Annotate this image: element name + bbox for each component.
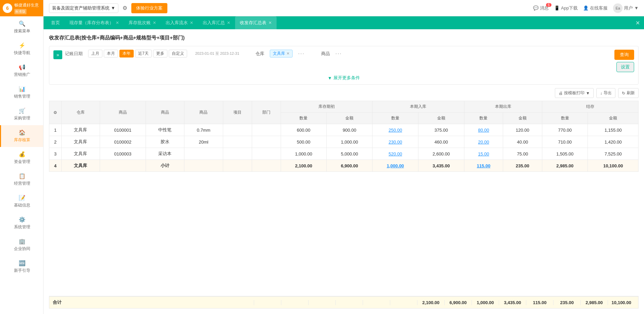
export-icon: ↓	[600, 91, 602, 96]
date-btn-this-month[interactable]: 本月	[104, 50, 118, 57]
system-icon: ⚙️	[19, 216, 26, 223]
product-more-btn[interactable]: ···	[335, 51, 342, 57]
col-stock-out-header: 本期出库	[464, 101, 542, 113]
message-badge: 6	[546, 3, 551, 7]
subtotal-bal-amt: 10,100.00	[588, 160, 639, 172]
sidebar-item-system[interactable]: ⚙️ 系统管理	[0, 212, 43, 234]
col-in-qty: 数量	[373, 113, 418, 124]
header-right: 💬 消息 6 📱 App下载 👤 在线客服 Ea 用户 ▼	[533, 3, 639, 13]
tab-home[interactable]: 首页	[46, 16, 65, 29]
col-project-header: 项目	[223, 101, 252, 124]
sidebar-item-guide[interactable]: 🆕 新手引导	[0, 256, 43, 278]
sidebar-item-operation[interactable]: 📋 经营管理	[0, 169, 43, 191]
row3-code: 0100003	[100, 148, 146, 160]
sidebar-item-quick[interactable]: ⚡ 快捷导航	[0, 38, 43, 60]
tab-inventory-dist[interactable]: 现存量（库存分布表） ✕	[65, 16, 124, 29]
row1-code: 0100001	[100, 124, 146, 136]
subtotal-spec	[184, 160, 223, 172]
settings-button[interactable]: 设置	[616, 62, 634, 72]
user-item[interactable]: Ea 用户 ▼	[613, 3, 639, 13]
message-item[interactable]: 💬 消息 6	[533, 5, 549, 11]
row2-init-qty: 500.00	[281, 136, 327, 148]
refresh-icon: ↻	[622, 91, 625, 96]
row2-spec: 20ml	[184, 136, 223, 148]
tab-flow-close[interactable]: ✕	[190, 20, 193, 25]
sidebar-item-enterprise[interactable]: 🏢 企业协同	[0, 234, 43, 256]
row1-dept	[252, 124, 281, 136]
total-spacer6	[390, 300, 417, 305]
filter-toggle-btn[interactable]: »	[53, 50, 62, 59]
subtotal-in-qty[interactable]: 1,000.00	[373, 160, 418, 172]
tab-batch-close[interactable]: ✕	[153, 20, 156, 25]
quick-icon: ⚡	[19, 42, 26, 49]
row3-spec	[184, 148, 223, 160]
tab-inventory-dist-close[interactable]: ✕	[116, 20, 119, 25]
sidebar-item-inventory[interactable]: 🏠 库存核算	[0, 125, 43, 147]
row3-name: 采访本	[146, 148, 184, 160]
refresh-btn[interactable]: ↻ 刷新	[618, 88, 639, 98]
settings-icon[interactable]: ⚙	[122, 5, 127, 11]
expand-more-btn[interactable]: ▼ 展开更多条件	[328, 75, 360, 81]
date-buttons: 上月 本月 本年 近7天 更多 自定义	[88, 50, 187, 57]
subtotal-init-amt: 6,900.00	[327, 160, 373, 172]
subtotal-out-qty[interactable]: 115.00	[464, 160, 503, 172]
row3-in-amt: 2,600.00	[418, 148, 464, 160]
total-bar: 合计 2,100.00 6,900.00 1,000.00 3,435.00 1…	[49, 296, 639, 309]
warehouse-more-btn[interactable]: ···	[298, 51, 304, 57]
row3-in-qty[interactable]: 520.00	[373, 148, 418, 160]
row2-in-qty[interactable]: 230.00	[373, 136, 418, 148]
row2-code: 0100002	[100, 136, 146, 148]
sidebar-item-purchase[interactable]: 🛒 采购管理	[0, 103, 43, 125]
row1-init-amt: 900.00	[327, 124, 373, 136]
page-body: 收发存汇总表(按仓库+商品编码+商品+规格型号+项目+部门) » 记账日期 上月…	[44, 29, 644, 314]
row3-project	[223, 148, 252, 160]
date-btn-7days[interactable]: 近7天	[135, 50, 152, 57]
experience-button[interactable]: 体验行业方案	[131, 3, 167, 13]
tab-summary-close[interactable]: ✕	[227, 20, 230, 25]
close-all-tabs[interactable]: ✕	[634, 18, 641, 28]
header-left: 装备及固定资产辅助管理系统 ▼ ⚙ 体验行业方案	[49, 3, 167, 13]
warehouse-tag-close[interactable]: ✕	[286, 51, 290, 56]
print-icon: 🖨	[559, 91, 563, 96]
row2-out-qty[interactable]: 20.00	[464, 136, 503, 148]
col-name-header: 商品	[146, 101, 184, 124]
row2-bal-qty: 710.00	[542, 136, 588, 148]
app-download-item[interactable]: 📱 App下载	[554, 5, 578, 11]
row1-out-qty[interactable]: 80.00	[464, 124, 503, 136]
print-btn[interactable]: 🖨 按模板打印 ▼	[555, 88, 594, 98]
user-label: 用户	[624, 5, 633, 11]
tab-batch[interactable]: 库存批次账 ✕	[124, 16, 161, 29]
warehouse-tag[interactable]: 文具库 ✕	[270, 50, 293, 57]
sidebar-item-search[interactable]: 🔍 搜索菜单	[0, 16, 43, 38]
sidebar-item-finance[interactable]: 💰 资金管理	[0, 147, 43, 169]
date-btn-this-year[interactable]: 本年	[119, 50, 134, 57]
subtotal-dept	[252, 160, 281, 172]
row2-name: 胶水	[146, 136, 184, 148]
system-selector[interactable]: 装备及固定资产辅助管理系统 ▼	[49, 3, 118, 13]
sidebar-item-sales[interactable]: 📊 销售管理	[0, 82, 43, 103]
subtotal-code	[100, 160, 146, 172]
col-out-qty: 数量	[464, 113, 503, 124]
row3-out-qty[interactable]: 15.00	[464, 148, 503, 160]
tab-summary[interactable]: 出入库汇总 ✕	[198, 16, 235, 29]
row1-in-qty[interactable]: 250.00	[373, 124, 418, 136]
subtotal-index: 4	[49, 160, 62, 172]
date-btn-more[interactable]: 更多	[153, 50, 167, 57]
date-btn-last-month[interactable]: 上月	[88, 50, 102, 57]
row2-warehouse: 文具库	[62, 136, 100, 148]
date-btn-custom[interactable]: 自定义	[169, 50, 187, 57]
guide-icon: 🆕	[19, 260, 26, 266]
export-btn[interactable]: ↓ 导出	[596, 88, 615, 98]
query-button[interactable]: 查询	[614, 50, 634, 60]
row2-dept	[252, 136, 281, 148]
tab-flow[interactable]: 出入库流水 ✕	[161, 16, 198, 29]
sidebar-item-marketing[interactable]: 📢 营销推广	[0, 60, 43, 82]
tab-recv-send[interactable]: 收发存汇总表 ✕	[235, 16, 277, 29]
page-title: 收发存汇总表(按仓库+商品编码+商品+规格型号+项目+部门)	[49, 35, 639, 41]
online-service-item[interactable]: 👤 在线客服	[583, 5, 608, 11]
col-dept-header: 部门	[252, 101, 281, 124]
row1-project	[223, 124, 252, 136]
sidebar-item-basic[interactable]: 📝 基础信息	[0, 191, 43, 212]
tab-recv-send-close[interactable]: ✕	[268, 20, 272, 25]
sidebar-label-quick: 快捷导航	[14, 50, 30, 56]
